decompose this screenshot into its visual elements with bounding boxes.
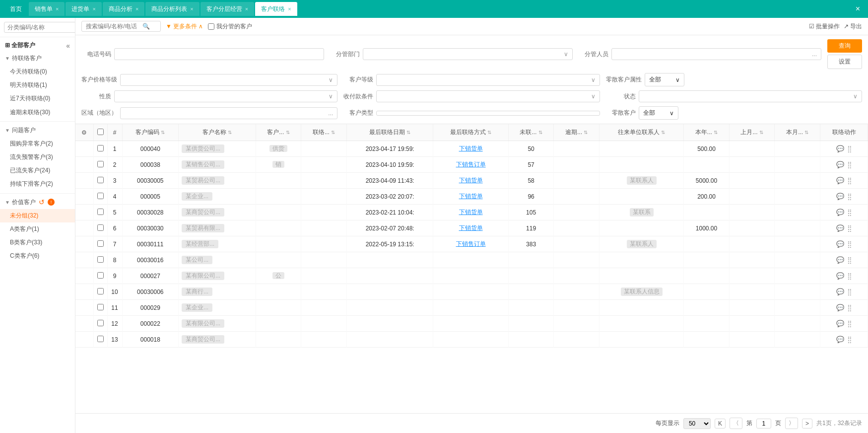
nav-tab-sales[interactable]: 销售单 × (29, 2, 65, 16)
nature-select[interactable]: ∨ (114, 90, 337, 102)
sidebar-item-declining[interactable]: 持续下滑客户(2) (0, 177, 75, 191)
action-call-icon[interactable]: 💬 (836, 193, 844, 200)
main-search-input[interactable] (86, 23, 140, 30)
customer-code-header[interactable]: 客户编码 ⇅ (122, 124, 179, 141)
nav-tab-customer-segment-close[interactable]: × (245, 6, 248, 12)
action-more-icon[interactable]: ⣿ (847, 336, 852, 343)
sidebar-item-hoarding-abnormal[interactable]: 囤购异常客户(2) (0, 137, 75, 150)
action-more-icon[interactable]: ⣿ (847, 177, 852, 184)
row-checkbox[interactable] (93, 268, 107, 284)
nav-tab-product-analysis-close[interactable]: × (135, 6, 138, 12)
query-button[interactable]: 查询 (827, 39, 862, 53)
action-more-icon[interactable]: ⣿ (847, 161, 852, 168)
nav-tab-customer-contact-close[interactable]: × (288, 6, 291, 12)
row-checkbox[interactable] (93, 284, 107, 300)
contact-col-header[interactable]: 联络... ⇅ (301, 124, 347, 141)
action-call-icon[interactable]: 💬 (836, 336, 844, 343)
sidebar-collapse-button[interactable]: « (66, 42, 70, 50)
sidebar-item-7day-pending[interactable]: 近7天待联络(0) (0, 92, 75, 105)
sidebar-item-today-pending[interactable]: 今天待联络(0) (0, 65, 75, 78)
sidebar-item-churn-warning[interactable]: 流失预警客户(3) (0, 150, 75, 164)
per-page-select[interactable]: 50 100 200 (683, 418, 711, 429)
nav-tab-sales-close[interactable]: × (56, 6, 59, 12)
action-call-icon[interactable]: 💬 (836, 256, 844, 264)
nav-tab-purchase[interactable]: 进货单 × (66, 2, 101, 16)
nav-tab-customer-segment[interactable]: 客户分层经营 × (200, 2, 254, 16)
next-page-button[interactable]: 〉 (785, 418, 798, 429)
action-more-icon[interactable]: ⣿ (847, 145, 852, 152)
batch-operation-button[interactable]: ☑ 批量操作 (809, 22, 840, 31)
action-more-icon[interactable]: ⣿ (847, 224, 852, 232)
this-month-header[interactable]: 本月... ⇅ (775, 124, 820, 141)
sidebar-search-input[interactable] (4, 22, 75, 33)
this-year-header[interactable]: 本年... ⇅ (684, 124, 730, 141)
row-checkbox[interactable] (93, 157, 107, 173)
select-all-header[interactable] (93, 124, 107, 141)
action-call-icon[interactable]: 💬 (836, 288, 844, 295)
action-more-icon[interactable]: ⣿ (847, 320, 852, 327)
retail-attr-select[interactable]: 全部 ∨ (645, 73, 684, 86)
area-select[interactable]: ... (120, 107, 337, 119)
nav-tab-product-analysis[interactable]: 商品分析 × (103, 2, 144, 16)
pay-terms-select[interactable]: ∨ (376, 90, 600, 102)
sidebar-item-ungroup[interactable]: 未分组(32) (0, 209, 75, 222)
action-call-icon[interactable]: 💬 (836, 145, 844, 152)
more-conditions-button[interactable]: ▼ 更多条件 ∧ (166, 22, 203, 31)
all-customers-header[interactable]: ⊞ 全部客户 « (0, 37, 75, 52)
nav-tab-purchase-close[interactable]: × (92, 6, 95, 12)
person-select[interactable]: ... (611, 48, 821, 60)
action-more-icon[interactable]: ⣿ (847, 288, 852, 295)
row-checkbox[interactable] (93, 236, 107, 252)
last-page-button[interactable]: > (802, 419, 812, 429)
action-call-icon[interactable]: 💬 (836, 161, 844, 168)
settings-column-header[interactable]: ⚙ (75, 124, 93, 141)
action-more-icon[interactable]: ⣿ (847, 193, 852, 200)
first-page-button[interactable]: K (715, 419, 726, 429)
action-call-icon[interactable]: 💬 (836, 304, 844, 311)
overdue-header[interactable]: 逾期... ⇅ (554, 124, 600, 141)
customer-col-header[interactable]: 客户... ⇅ (256, 124, 301, 141)
action-more-icon[interactable]: ⣿ (847, 209, 852, 216)
row-checkbox[interactable] (93, 173, 107, 189)
sidebar-group-problem-customers[interactable]: ▼ 问题客户 (0, 124, 75, 137)
sidebar-item-tomorrow-pending[interactable]: 明天待联络(1) (0, 78, 75, 92)
row-checkbox[interactable] (93, 205, 107, 220)
action-call-icon[interactable]: 💬 (836, 240, 844, 248)
nav-home[interactable]: 首页 (4, 2, 28, 16)
sidebar-item-class-a[interactable]: A类客户(1) (0, 222, 75, 236)
row-checkbox[interactable] (93, 316, 107, 332)
customer-level-select[interactable]: ∨ (376, 74, 600, 86)
nav-tab-product-list-close[interactable]: × (190, 6, 193, 12)
action-call-icon[interactable]: 💬 (836, 224, 844, 232)
action-call-icon[interactable]: 💬 (836, 177, 844, 184)
nav-tab-product-list[interactable]: 商品分析列表 × (145, 2, 199, 16)
phone-input[interactable] (114, 48, 324, 60)
last-month-header[interactable]: 上月... ⇅ (729, 124, 775, 141)
page-number-input[interactable] (756, 419, 771, 429)
row-checkbox[interactable] (93, 220, 107, 236)
prev-page-button[interactable]: 〈 (730, 418, 742, 429)
no-contact-header[interactable]: 未联... ⇅ (508, 124, 554, 141)
sidebar-group-pending-contact[interactable]: ▼ 待联络客户 (0, 52, 75, 65)
row-checkbox[interactable] (93, 189, 107, 205)
close-all-tabs-button[interactable]: × (852, 4, 864, 13)
main-search-icon[interactable]: 🔍 (142, 23, 150, 30)
action-call-icon[interactable]: 💬 (836, 209, 844, 216)
sidebar-group-value-customers[interactable]: ▼ 价值客户 ↺ ! (0, 196, 75, 209)
row-checkbox[interactable] (93, 300, 107, 316)
value-customers-refresh-icon[interactable]: ↺ (39, 198, 45, 206)
select-all-checkbox[interactable] (97, 129, 104, 135)
action-call-icon[interactable]: 💬 (836, 320, 844, 327)
customer-name-header[interactable]: 客户名称 ⇅ (179, 124, 256, 141)
price-level-select[interactable]: ∨ (120, 74, 337, 86)
action-call-icon[interactable]: 💬 (836, 272, 844, 280)
customer-type-select[interactable] (376, 111, 600, 116)
nav-tab-customer-contact[interactable]: 客户联络 × (255, 2, 297, 16)
export-button[interactable]: ↗ 导出 (844, 22, 862, 31)
status-select[interactable]: ∨ (639, 90, 862, 102)
action-more-icon[interactable]: ⣿ (847, 304, 852, 311)
my-customers-checkbox-area[interactable]: 我分管的客户 (208, 22, 252, 31)
row-checkbox[interactable] (93, 252, 107, 268)
sidebar-item-class-b[interactable]: B类客户(33) (0, 236, 75, 249)
row-checkbox[interactable] (93, 332, 107, 348)
